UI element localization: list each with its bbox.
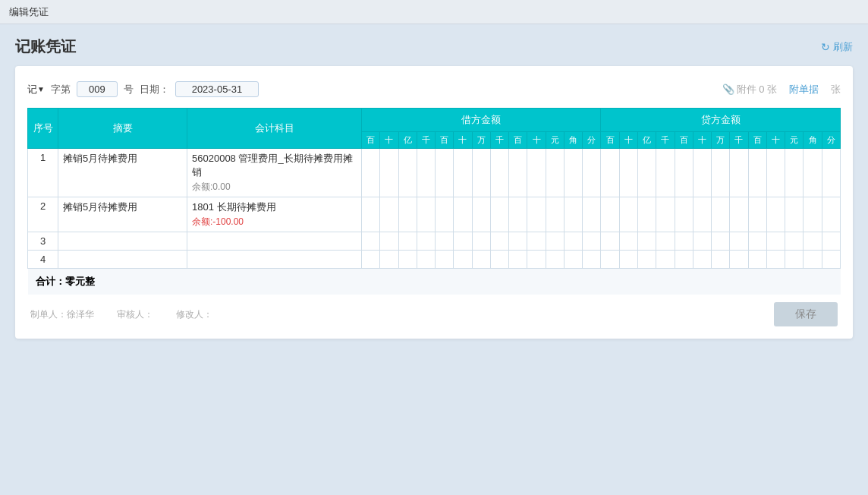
debit-digit-cell[interactable] [380, 232, 398, 251]
credit-digit-cell[interactable] [822, 149, 840, 197]
credit-digit-cell[interactable] [675, 149, 693, 197]
debit-digit-cell[interactable] [583, 251, 601, 269]
credit-digit-cell[interactable] [766, 197, 785, 232]
credit-digit-cell[interactable] [748, 149, 766, 197]
debit-digit-cell[interactable] [527, 232, 546, 251]
debit-digit-cell[interactable] [490, 251, 508, 269]
debit-digit-cell[interactable] [509, 251, 527, 269]
credit-digit-cell[interactable] [730, 197, 748, 232]
debit-digit-cell[interactable] [417, 232, 435, 251]
credit-digit-cell[interactable] [675, 197, 693, 232]
row-summary[interactable]: 摊销5月待摊费用 [58, 149, 187, 197]
debit-digit-cell[interactable] [472, 149, 490, 197]
row-account[interactable] [187, 251, 362, 269]
credit-digit-cell[interactable] [712, 197, 730, 232]
credit-digit-cell[interactable] [637, 251, 656, 269]
debit-digit-cell[interactable] [546, 232, 564, 251]
credit-digit-cell[interactable] [656, 232, 675, 251]
debit-digit-cell[interactable] [417, 149, 435, 197]
credit-digit-cell[interactable] [712, 149, 730, 197]
date-input[interactable] [175, 81, 259, 97]
credit-digit-cell[interactable] [601, 197, 619, 232]
credit-digit-cell[interactable] [637, 197, 656, 232]
debit-digit-cell[interactable] [362, 149, 380, 197]
credit-digit-cell[interactable] [675, 251, 693, 269]
credit-digit-cell[interactable] [785, 251, 804, 269]
credit-digit-cell[interactable] [785, 197, 804, 232]
debit-digit-cell[interactable] [362, 232, 380, 251]
debit-digit-cell[interactable] [509, 232, 527, 251]
debit-digit-cell[interactable] [472, 197, 490, 232]
credit-digit-cell[interactable] [712, 232, 730, 251]
credit-digit-cell[interactable] [619, 149, 637, 197]
debit-digit-cell[interactable] [417, 251, 435, 269]
row-account[interactable] [187, 232, 362, 251]
debit-digit-cell[interactable] [436, 197, 454, 232]
debit-digit-cell[interactable] [454, 197, 472, 232]
credit-digit-cell[interactable] [785, 149, 804, 197]
credit-digit-cell[interactable] [766, 232, 785, 251]
debit-digit-cell[interactable] [398, 197, 417, 232]
credit-digit-cell[interactable] [730, 251, 748, 269]
save-button[interactable]: 保存 [774, 302, 838, 326]
credit-digit-cell[interactable] [656, 149, 675, 197]
credit-digit-cell[interactable] [675, 232, 693, 251]
credit-digit-cell[interactable] [804, 149, 822, 197]
credit-digit-cell[interactable] [619, 251, 637, 269]
debit-digit-cell[interactable] [362, 251, 380, 269]
credit-digit-cell[interactable] [748, 251, 766, 269]
credit-digit-cell[interactable] [693, 197, 711, 232]
attachment-button[interactable]: 📎 附件 0 张 [722, 83, 777, 96]
debit-digit-cell[interactable] [564, 232, 582, 251]
row-summary[interactable] [58, 251, 187, 269]
credit-digit-cell[interactable] [804, 232, 822, 251]
credit-digit-cell[interactable] [656, 251, 675, 269]
credit-digit-cell[interactable] [804, 197, 822, 232]
debit-digit-cell[interactable] [454, 232, 472, 251]
credit-digit-cell[interactable] [619, 232, 637, 251]
credit-digit-cell[interactable] [748, 232, 766, 251]
credit-digit-cell[interactable] [656, 197, 675, 232]
credit-digit-cell[interactable] [804, 251, 822, 269]
debit-digit-cell[interactable] [546, 251, 564, 269]
row-summary[interactable] [58, 232, 187, 251]
credit-digit-cell[interactable] [766, 149, 785, 197]
voucher-number-input[interactable] [77, 81, 118, 97]
credit-digit-cell[interactable] [712, 251, 730, 269]
row-account[interactable]: 56020008 管理费用_长期待摊费用摊销余额:0.00 [187, 149, 362, 197]
refresh-button[interactable]: ↻ 刷新 [821, 40, 853, 54]
debit-digit-cell[interactable] [564, 197, 582, 232]
debit-digit-cell[interactable] [490, 232, 508, 251]
credit-digit-cell[interactable] [601, 251, 619, 269]
credit-digit-cell[interactable] [766, 251, 785, 269]
debit-digit-cell[interactable] [583, 232, 601, 251]
credit-digit-cell[interactable] [822, 232, 840, 251]
debit-digit-cell[interactable] [564, 251, 582, 269]
debit-digit-cell[interactable] [509, 197, 527, 232]
debit-digit-cell[interactable] [564, 149, 582, 197]
debit-digit-cell[interactable] [398, 251, 417, 269]
debit-digit-cell[interactable] [454, 149, 472, 197]
credit-digit-cell[interactable] [822, 251, 840, 269]
credit-digit-cell[interactable] [693, 251, 711, 269]
credit-digit-cell[interactable] [730, 149, 748, 197]
debit-digit-cell[interactable] [527, 251, 546, 269]
credit-digit-cell[interactable] [601, 232, 619, 251]
debit-digit-cell[interactable] [380, 197, 398, 232]
debit-digit-cell[interactable] [454, 251, 472, 269]
debit-digit-cell[interactable] [436, 251, 454, 269]
credit-digit-cell[interactable] [748, 197, 766, 232]
credit-digit-cell[interactable] [601, 149, 619, 197]
debit-digit-cell[interactable] [546, 197, 564, 232]
row-account[interactable]: 1801 长期待摊费用余额:-100.00 [187, 197, 362, 232]
debit-digit-cell[interactable] [472, 232, 490, 251]
credit-digit-cell[interactable] [693, 232, 711, 251]
debit-digit-cell[interactable] [490, 197, 508, 232]
debit-digit-cell[interactable] [583, 149, 601, 197]
debit-digit-cell[interactable] [362, 197, 380, 232]
credit-digit-cell[interactable] [619, 197, 637, 232]
debit-digit-cell[interactable] [546, 149, 564, 197]
debit-digit-cell[interactable] [583, 197, 601, 232]
debit-digit-cell[interactable] [490, 149, 508, 197]
credit-digit-cell[interactable] [785, 232, 804, 251]
